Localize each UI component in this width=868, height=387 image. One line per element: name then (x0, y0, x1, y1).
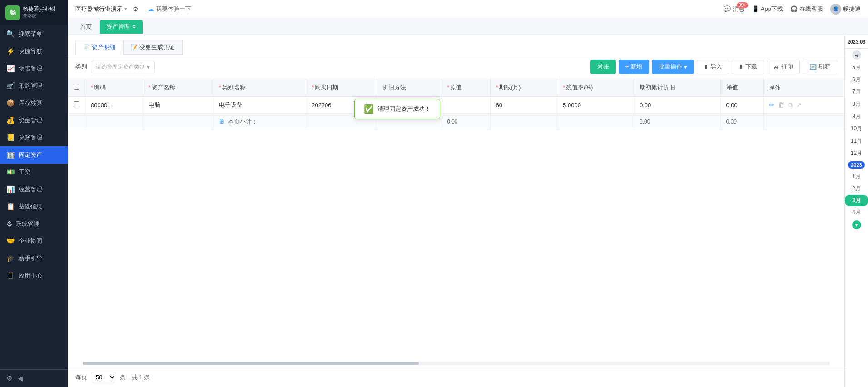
per-page-select[interactable]: 50 10 20 100 (91, 372, 116, 382)
new-button[interactable]: + 新增 (619, 60, 649, 74)
total-label: 条，共 1 条 (120, 373, 150, 382)
sidebar-item-business[interactable]: 📊 经营管理 (0, 181, 68, 198)
category-label: 类别 (75, 63, 87, 71)
online-service-btn[interactable]: 🎧 在线客服 (790, 5, 823, 13)
sidebar-item-enterprise[interactable]: 🤝 企业协同 (0, 233, 68, 250)
tab-home[interactable]: 首页 (74, 20, 98, 34)
timeline-month-7[interactable]: 7月 (845, 86, 868, 98)
pagination: 每页 50 10 20 100 条，共 1 条 (68, 367, 844, 387)
sidebar-item-fixed-assets[interactable]: 🏢 固定资产 (0, 146, 68, 164)
tab-asset-management[interactable]: 资产管理 ✕ (100, 20, 143, 34)
timeline-month-12[interactable]: 12月 (845, 147, 868, 159)
timeline-month-2[interactable]: 2月 (845, 183, 868, 195)
refresh-button[interactable]: 🔄 刷新 (803, 60, 837, 74)
row-checkbox[interactable] (74, 101, 79, 107)
sidebar-logo: 畅 畅捷通好业财 普及版 (0, 0, 68, 25)
timeline-month-8[interactable]: 8月 (845, 98, 868, 110)
sidebar-item-system[interactable]: ⚙ 系统管理 (0, 215, 68, 233)
download-button[interactable]: ⬇ 下载 (732, 60, 764, 74)
reconcile-button[interactable]: 对账 (590, 60, 616, 74)
col-residual-rate: *残值率(%) (557, 79, 634, 97)
batch-dropdown-icon: ▾ (684, 64, 687, 70)
tab-close-icon[interactable]: ✕ (132, 24, 136, 30)
app-download-btn[interactable]: 📱 App下载 (752, 5, 783, 13)
user-menu[interactable]: 👤 畅捷通 (830, 4, 861, 15)
timeline-month-3[interactable]: 3月 (845, 195, 868, 206)
col-accumulated-depreciation: 期初累计折旧 (634, 79, 720, 97)
settings-bottom-icon[interactable]: ⚙ (6, 374, 12, 382)
main-panel: 📄 资产明细 📝 变更生成凭证 类别 请选择固定资产类别 ▾ (68, 35, 844, 387)
toolbar: 类别 请选择固定资产类别 ▾ 对账 + 新增 批量操作 ▾ (68, 55, 844, 79)
collapse-icon[interactable]: ◀ (18, 374, 23, 382)
sub-tab-asset-detail[interactable]: 📄 资产明细 (75, 40, 123, 55)
topbar: 医疗器械行业演示 ▾ ⚙ ☁ 我要体验一下 💬 消息 99+ 📱 App下载 🎧… (68, 0, 868, 18)
timeline-month-6[interactable]: 6月 (845, 74, 868, 86)
subtotal-label: 本页小计： (228, 118, 258, 125)
message-count: 99+ (737, 2, 748, 8)
refresh-icon: 🔄 (809, 64, 817, 70)
print-icon: 🖨 (774, 64, 779, 70)
sidebar-item-search[interactable]: 🔍 搜索菜单 (0, 25, 68, 43)
row-name: 电脑 (143, 97, 213, 114)
dropdown-icon: ▾ (147, 64, 150, 70)
timeline-month-10[interactable]: 10月 (845, 123, 868, 135)
row-category: 电子设备 (213, 97, 306, 114)
download-icon: ⬇ (739, 64, 744, 70)
timeline-down-btn[interactable]: ▼ (852, 220, 861, 229)
sub-tab-change-voucher[interactable]: 📝 变更生成凭证 (123, 40, 183, 55)
col-code: *编码 (85, 79, 143, 97)
row-original-value (441, 97, 490, 114)
right-panel-timeline: 2023.03 ◀ 5月 6月 7月 8月 9月 10月 11月 12月 202… (844, 35, 868, 387)
timeline-month-5[interactable]: 5月 (845, 61, 868, 74)
timeline-month-9[interactable]: 9月 (845, 110, 868, 123)
import-button[interactable]: ⬆ 导入 (697, 60, 729, 74)
more-icon[interactable]: ↗ (796, 101, 802, 109)
timeline-month-4[interactable]: 4月 (845, 206, 868, 218)
logo-text: 畅捷通好业财 (23, 6, 55, 13)
sidebar-item-purchase[interactable]: 🛒 采购管理 (0, 77, 68, 94)
sales-icon: 📈 (6, 64, 15, 73)
topbar-right: 💬 消息 99+ 📱 App下载 🎧 在线客服 👤 畅捷通 (724, 4, 861, 15)
asset-table-container: *编码 *资产名称 *类别名称 *购买日期 折旧方法 *原值 *期限(月) *残… (68, 79, 844, 360)
asset-detail-icon: 📄 (83, 44, 90, 50)
sidebar-item-sales[interactable]: 📈 销售管理 (0, 60, 68, 77)
col-depreciation-method: 折旧方法 (377, 79, 441, 97)
sidebar-item-apps[interactable]: 📱 应用中心 (0, 267, 68, 284)
sidebar-item-ledger[interactable]: 📒 总账管理 (0, 129, 68, 146)
category-type-select[interactable]: 请选择固定资产类别 ▾ (91, 61, 155, 73)
subtotal-net: 0.00 (720, 114, 763, 130)
sidebar-item-finance[interactable]: 💰 资金管理 (0, 112, 68, 129)
sidebar-item-payroll[interactable]: 💵 工资 (0, 164, 68, 181)
filter-area: 类别 请选择固定资产类别 ▾ (75, 61, 155, 73)
avatar: 👤 (830, 4, 841, 15)
sidebar-item-quick-nav[interactable]: ⚡ 快捷导航 (0, 43, 68, 60)
batch-ops-button[interactable]: 批量操作 ▾ (652, 60, 694, 74)
row-checkbox-cell (68, 97, 85, 114)
timeline-month-11[interactable]: 11月 (845, 135, 868, 147)
sub-tabs: 📄 资产明细 📝 变更生成凭证 (68, 35, 844, 55)
col-net-value: 净值 (720, 79, 763, 97)
per-page-label: 每页 (75, 373, 87, 382)
company-title: 医疗器械行业演示 ▾ (75, 5, 127, 13)
sidebar-item-basic-info[interactable]: 📋 基础信息 (0, 198, 68, 215)
timeline-month-1[interactable]: 1月 (845, 170, 868, 183)
subtotal-icon: 🖹 (219, 118, 225, 125)
toolbar-right: 对账 + 新增 批量操作 ▾ ⬆ 导入 ⬇ 下载 (590, 60, 837, 74)
col-original-value: *原值 (441, 79, 490, 97)
print-button[interactable]: 🖨 打印 (767, 60, 800, 74)
edit-icon[interactable]: ✏ (769, 101, 774, 109)
toast-message: 清理固定资产成功！ (377, 105, 431, 113)
copy-icon[interactable]: ⧉ (788, 101, 793, 109)
timeline-header: 2023.03 (845, 35, 868, 49)
table-row: 000001 电脑 电子设备 202206 年限平均 60 5.0000 0.0… (68, 97, 844, 114)
company-dropdown-icon[interactable]: ▾ (124, 6, 127, 12)
row-accumulated-depreciation: 0.00 (634, 97, 720, 114)
select-all-checkbox[interactable] (74, 84, 79, 90)
subtotal-row: 🖹 本页小计： 0.00 0.00 0.00 (68, 114, 844, 130)
sidebar-item-guide[interactable]: 🎓 新手引导 (0, 250, 68, 267)
delete-icon[interactable]: 🗑 (778, 101, 784, 109)
topbar-gear-icon[interactable]: ⚙ (133, 5, 139, 13)
sidebar-item-inventory[interactable]: 📦 库存核算 (0, 94, 68, 112)
message-badge[interactable]: 💬 消息 99+ (724, 5, 744, 13)
timeline-collapse-btn[interactable]: ◀ (852, 50, 861, 60)
